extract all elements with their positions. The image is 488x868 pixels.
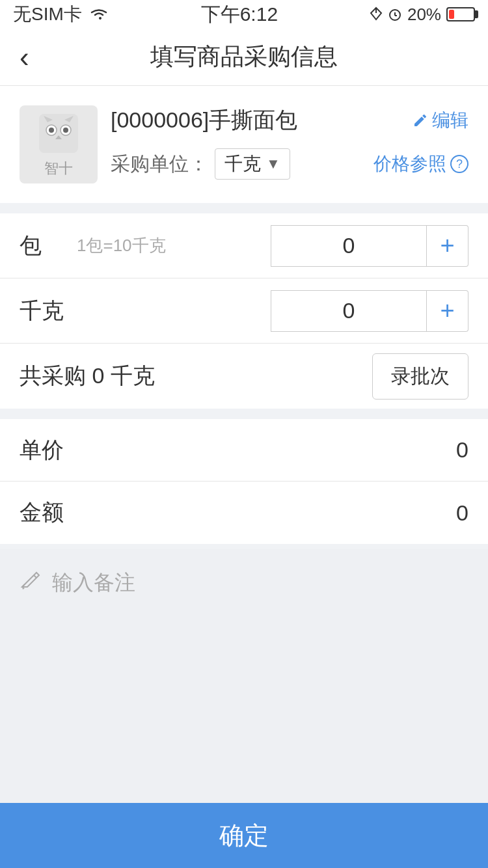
bao-quantity-input[interactable] bbox=[271, 225, 427, 267]
unit-select[interactable]: 千克 ▼ bbox=[215, 148, 290, 180]
status-time: 下午6:12 bbox=[201, 1, 278, 28]
unit-price-value: 0 bbox=[456, 437, 468, 463]
status-left: 无SIM卡 bbox=[13, 2, 109, 27]
qianke-label: 千克 bbox=[20, 296, 72, 326]
battery-icon bbox=[446, 7, 475, 21]
bao-input-row: 包 1包=10千克 + bbox=[0, 213, 488, 278]
price-section: 单价 0 金额 0 bbox=[0, 419, 488, 544]
batch-button[interactable]: 录批次 bbox=[372, 353, 468, 400]
remark-placeholder: 输入备注 bbox=[52, 569, 135, 597]
logo-svg bbox=[36, 111, 81, 156]
qianke-input-right: + bbox=[271, 290, 468, 332]
confirm-button[interactable]: 确定 bbox=[0, 803, 488, 868]
svg-text:?: ? bbox=[456, 157, 463, 170]
status-right: 20% bbox=[370, 5, 475, 25]
edit-icon bbox=[413, 113, 428, 128]
summary-unit bbox=[104, 363, 110, 388]
summary-text: 共采购 0 千克 bbox=[20, 361, 155, 391]
wifi-icon bbox=[88, 7, 109, 22]
bao-sublabel: 1包=10千克 bbox=[77, 234, 166, 257]
product-name: [0000006]手撕面包 bbox=[111, 105, 297, 135]
unit-label: 采购单位： bbox=[111, 151, 208, 178]
unit-value: 千克 bbox=[224, 152, 261, 176]
page-title: 填写商品采购信息 bbox=[150, 41, 338, 73]
svg-line-14 bbox=[34, 575, 36, 578]
amount-label: 金额 bbox=[20, 498, 64, 528]
help-icon: ? bbox=[450, 155, 468, 173]
carrier-label: 无SIM卡 bbox=[13, 2, 82, 27]
summary-row: 共采购 0 千克 录批次 bbox=[0, 344, 488, 409]
product-card: 智十 [0000006]手撕面包 编辑 采购单位： 千克 ▼ 价格参照 bbox=[0, 86, 488, 208]
input-section: 包 1包=10千克 + 千克 + bbox=[0, 213, 488, 344]
product-info: [0000006]手撕面包 编辑 采购单位： 千克 ▼ 价格参照 ? bbox=[111, 105, 468, 180]
svg-point-8 bbox=[63, 128, 68, 133]
unit-price-row: 单价 0 bbox=[0, 419, 488, 481]
battery-percent: 20% bbox=[407, 5, 441, 25]
summary-label: 共采购 bbox=[20, 363, 86, 388]
bao-input-right: + bbox=[271, 225, 468, 267]
separator-2 bbox=[0, 409, 488, 414]
unit-price-label: 单价 bbox=[20, 435, 64, 465]
unit-row: 采购单位： 千克 ▼ 价格参照 ? bbox=[111, 148, 468, 180]
svg-rect-4 bbox=[39, 114, 78, 153]
location-icon bbox=[370, 7, 383, 22]
product-logo: 智十 bbox=[36, 111, 81, 178]
bao-label: 包 bbox=[20, 231, 72, 261]
svg-point-7 bbox=[49, 128, 54, 133]
alarm-icon bbox=[388, 7, 402, 22]
amount-value: 0 bbox=[456, 500, 468, 526]
qianke-plus-button[interactable]: + bbox=[427, 290, 468, 332]
nav-bar: ‹ 填写商品采购信息 bbox=[0, 29, 488, 86]
separator-1 bbox=[0, 208, 488, 213]
remark-section[interactable]: 输入备注 bbox=[0, 549, 488, 809]
edit-button[interactable]: 编辑 bbox=[413, 108, 468, 133]
back-button[interactable]: ‹ bbox=[20, 41, 42, 74]
bao-plus-button[interactable]: + bbox=[427, 225, 468, 267]
pencil-icon bbox=[20, 569, 42, 591]
product-image: 智十 bbox=[20, 105, 98, 183]
amount-row: 金额 0 bbox=[0, 481, 488, 544]
logo-text: 智十 bbox=[44, 159, 73, 178]
qianke-input-row: 千克 + bbox=[0, 278, 488, 344]
price-ref-button[interactable]: 价格参照 ? bbox=[373, 152, 468, 176]
unit-dropdown-arrow: ▼ bbox=[266, 156, 280, 172]
qianke-quantity-input[interactable] bbox=[271, 290, 427, 332]
product-name-row: [0000006]手撕面包 编辑 bbox=[111, 105, 468, 135]
price-ref-label: 价格参照 bbox=[373, 152, 446, 176]
status-bar: 无SIM卡 下午6:12 20% bbox=[0, 0, 488, 29]
